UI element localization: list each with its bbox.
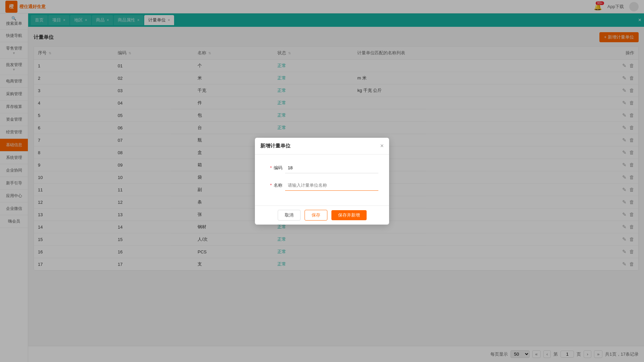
code-label: * 编码 <box>266 165 282 171</box>
dialog-header: 新增计量单位 × <box>255 138 389 155</box>
save-button[interactable]: 保存 <box>305 210 327 221</box>
dialog-body: * 编码 * 名称 <box>255 155 389 205</box>
form-row-code: * 编码 <box>266 163 378 173</box>
add-unit-dialog: 新增计量单位 × * 编码 * 名称 取消 保存 保存并新增 <box>255 138 389 225</box>
name-input[interactable] <box>285 180 378 191</box>
dialog-close-button[interactable]: × <box>380 142 384 149</box>
code-required-star: * <box>270 165 272 170</box>
name-label: * 名称 <box>266 182 282 188</box>
name-required-star: * <box>270 183 272 188</box>
dialog-title: 新增计量单位 <box>260 143 290 149</box>
cancel-button[interactable]: 取消 <box>278 210 301 221</box>
form-row-name: * 名称 <box>266 180 378 191</box>
modal-overlay: 新增计量单位 × * 编码 * 名称 取消 保存 保存并新增 <box>0 0 644 362</box>
dialog-footer: 取消 保存 保存并新增 <box>255 205 389 225</box>
code-input[interactable] <box>285 163 378 173</box>
save-new-button[interactable]: 保存并新增 <box>331 210 367 220</box>
